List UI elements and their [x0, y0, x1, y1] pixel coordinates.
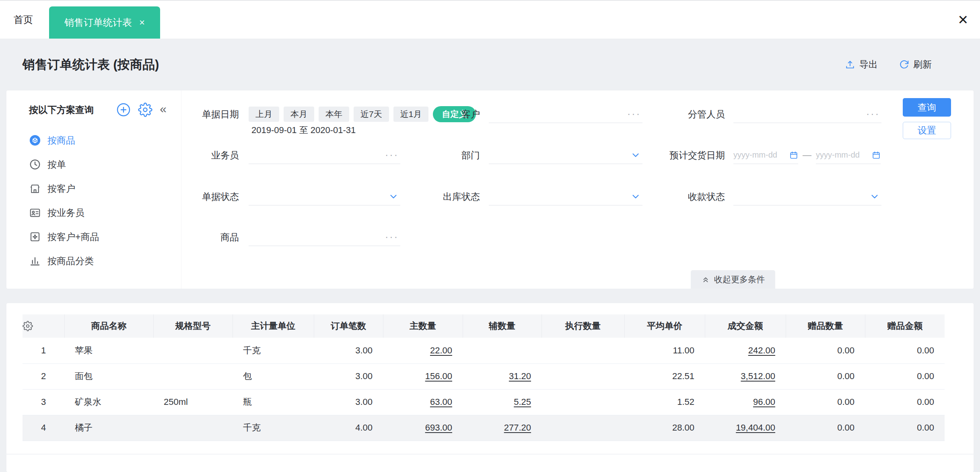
cell-exec_qty [541, 389, 624, 415]
export-button[interactable]: 导出 [845, 58, 878, 71]
cell-exec_qty [541, 363, 624, 389]
refresh-button[interactable]: 刷新 [899, 58, 932, 71]
drilldown-link[interactable]: 242.00 [748, 345, 775, 355]
product-input[interactable]: ··· [249, 228, 400, 246]
sidebar-item-label: 按业务员 [47, 207, 84, 219]
drilldown-link[interactable]: 96.00 [753, 397, 775, 407]
date-preset-button[interactable]: 本年 [319, 107, 349, 122]
result-table-card: 商品名称规格型号主计量单位订单笔数主数量辅数量执行数量平均单价成交金额赠品数量赠… [6, 303, 974, 472]
cell-gift_amount: 0.00 [865, 363, 945, 389]
drilldown-link[interactable]: 63.00 [430, 397, 452, 407]
drilldown-link[interactable]: 5.25 [514, 397, 531, 407]
department-select[interactable] [489, 146, 642, 164]
customer-picker-ellipsis[interactable]: ··· [627, 108, 642, 120]
double-chevron-up-icon [701, 275, 710, 284]
export-icon [845, 60, 855, 70]
cell-name: 矿泉水 [64, 389, 153, 415]
outbound-status-label: 出库状态 [423, 191, 480, 203]
cell-orders: 3.00 [314, 363, 383, 389]
outbound-status-select[interactable] [489, 188, 642, 205]
cell-aux_qty [463, 338, 541, 363]
tab-home[interactable]: 首页 [0, 1, 47, 39]
table-row: 2面包包3.00156.0031.2022.513,512.000.000.00 [23, 363, 945, 389]
settings-button[interactable]: 设置 [903, 122, 951, 139]
delivery-date-end-input[interactable]: yyyy-mm-dd [816, 146, 881, 164]
sidebar-title: 按以下方案查询 [29, 104, 94, 116]
cell-amount: 3,512.00 [705, 363, 786, 389]
cell-main_qty: 22.00 [383, 338, 463, 363]
chevron-down-icon [630, 150, 641, 160]
column-header: 订单笔数 [314, 314, 383, 338]
cell-amount: 96.00 [705, 389, 786, 415]
sidebar-item-label: 按商品分类 [47, 255, 94, 267]
doc-status-select[interactable] [249, 188, 400, 205]
drilldown-link[interactable]: 31.20 [509, 371, 531, 381]
customer-input[interactable]: ··· [489, 105, 642, 123]
cell-spec [153, 338, 233, 363]
drilldown-link[interactable]: 156.00 [425, 371, 452, 381]
cell-name: 面包 [64, 363, 153, 389]
sidebar-item-1[interactable]: 按单 [29, 152, 181, 176]
sidebar-collapse-icon[interactable]: « [160, 103, 167, 117]
sidebar-item-2[interactable]: 按客户 [29, 176, 181, 201]
date-preset-button[interactable]: 本月 [284, 107, 314, 122]
cell-aux_qty: 31.20 [463, 363, 541, 389]
cell-avg_price: 22.51 [624, 363, 705, 389]
cell-gift_amount: 0.00 [865, 338, 945, 363]
payment-status-select[interactable] [733, 188, 881, 205]
manager-label: 分管人员 [664, 108, 725, 121]
drilldown-link[interactable]: 693.00 [425, 423, 452, 433]
date-preset-button[interactable]: 近7天 [354, 107, 389, 122]
column-header: 主数量 [383, 314, 463, 338]
doc-date-label: 单据日期 [181, 108, 239, 121]
sidebar-item-5[interactable]: 按商品分类 [29, 249, 181, 273]
scheme-settings-gear-icon[interactable] [138, 103, 152, 117]
chevron-down-icon [869, 191, 880, 202]
collapse-more-button[interactable]: 收起更多条件 [691, 270, 775, 289]
column-header: 主计量单位 [233, 314, 314, 338]
row-index: 4 [23, 415, 64, 441]
sidebar-item-4[interactable]: 按客户+商品 [29, 225, 181, 249]
sidebar-items: 按商品按单按客户按业务员按客户+商品按商品分类 [29, 128, 181, 273]
cell-spec: 250ml [153, 389, 233, 415]
sidebar-item-0[interactable]: 按商品 [29, 128, 181, 152]
product-picker-ellipsis[interactable]: ··· [385, 231, 400, 243]
department-label: 部门 [423, 149, 480, 162]
salesman-icon [29, 207, 41, 219]
query-button[interactable]: 查询 [903, 98, 951, 117]
drilldown-link[interactable]: 3,512.00 [741, 371, 775, 381]
column-header: 商品名称 [64, 314, 153, 338]
delivery-date-start-input[interactable]: yyyy-mm-dd [733, 146, 798, 164]
doc-status-label: 单据状态 [181, 191, 239, 203]
drilldown-link[interactable]: 277.20 [504, 423, 531, 433]
tab-sales-order-report[interactable]: 销售订单统计表 × [49, 6, 160, 39]
salesman-picker-ellipsis[interactable]: ··· [385, 149, 400, 161]
collapse-more-label: 收起更多条件 [714, 274, 765, 285]
manager-picker-ellipsis[interactable]: ··· [866, 108, 881, 120]
drilldown-link[interactable]: 22.00 [430, 345, 452, 355]
cell-avg_price: 28.00 [624, 415, 705, 441]
cell-unit: 包 [233, 363, 314, 389]
filter-payment-status: 收款状态 [664, 187, 881, 206]
close-icon[interactable]: × [958, 11, 968, 28]
horizontal-scrollbar[interactable] [6, 454, 974, 454]
column-header: 赠品数量 [786, 314, 865, 338]
column-settings-gear-icon[interactable] [23, 321, 64, 331]
add-scheme-icon[interactable] [116, 103, 131, 117]
cell-name: 橘子 [64, 415, 153, 441]
cell-orders: 4.00 [314, 415, 383, 441]
row-index: 1 [23, 338, 64, 363]
date-range-separator: — [803, 150, 811, 160]
cell-exec_qty [541, 415, 624, 441]
column-settings-header [23, 314, 64, 338]
sidebar-item-3[interactable]: 按业务员 [29, 201, 181, 225]
manager-input[interactable]: ··· [733, 105, 881, 123]
drilldown-link[interactable]: 19,404.00 [736, 423, 775, 433]
date-presets: 上月本月本年近7天近1月 [249, 107, 433, 122]
filter-salesman: 业务员 ··· [181, 146, 400, 164]
date-preset-button[interactable]: 上月 [249, 107, 279, 122]
filter-product: 商品 ··· [181, 228, 400, 246]
query-scheme-sidebar: 按以下方案查询 « 按商品按单按客户按业务员按客户+商品按商品分类 [6, 90, 181, 289]
tab-close-icon[interactable]: × [139, 17, 145, 28]
salesman-input[interactable]: ··· [249, 146, 400, 164]
